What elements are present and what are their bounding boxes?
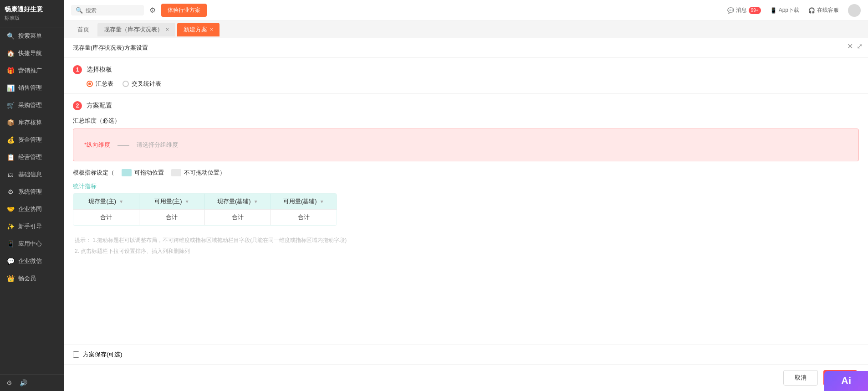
- radio-cross[interactable]: 交叉统计表: [123, 80, 161, 88]
- system-label: 系统管理: [18, 188, 42, 196]
- operations-icon: 📋: [6, 153, 15, 161]
- topbar-search-input[interactable]: [86, 7, 131, 14]
- online-service-label: 在线客服: [817, 6, 839, 14]
- sidebar-item-search-menu[interactable]: 🔍 搜索菜单: [0, 27, 64, 45]
- tabbar: 首页 现存量（库存状况表） × 新建方案 ×: [64, 21, 868, 38]
- stats-section: 统计指标 现存量(主)▼可用量(主)▼现存量(基辅)▼可用量(基辅)▼ 合计合计…: [73, 182, 859, 226]
- radio-summary-label: 汇总表: [96, 80, 113, 88]
- new-guide-label: 新手引导: [18, 222, 42, 231]
- sidebar-item-sales[interactable]: 📊 销售管理: [0, 79, 64, 97]
- settings-icon[interactable]: ⚙: [6, 379, 12, 386]
- stats-column-cell: 合计: [73, 209, 139, 225]
- step2-section: 2 方案配置 汇总维度（必选） *纵向维度 —— 请选择分组维度 模板指标设定（…: [64, 94, 868, 268]
- sound-icon[interactable]: 🔊: [20, 379, 27, 386]
- enterprise-label: 企业协同: [18, 205, 42, 213]
- app-download-label: App下载: [779, 6, 799, 14]
- close-icon[interactable]: ✕: [847, 42, 853, 51]
- radio-summary[interactable]: 汇总表: [87, 80, 113, 88]
- purchase-icon: 🛒: [6, 101, 15, 109]
- enterprise-wechat-label: 企业微信: [18, 257, 42, 265]
- stats-column-cell: 合计: [205, 209, 271, 225]
- tab-new-scheme-label: 新建方案: [184, 26, 207, 34]
- system-icon: ⚙: [6, 188, 15, 196]
- tab-inventory-status[interactable]: 现存量（库存状况表） ×: [97, 23, 175, 36]
- app-center-icon: 📱: [6, 240, 15, 248]
- search-menu-icon: 🔍: [6, 32, 15, 40]
- tab-inventory-close-icon[interactable]: ×: [166, 27, 169, 32]
- step1-title: 选择模板: [87, 66, 112, 74]
- enterprise-icon: 🤝: [6, 205, 15, 213]
- save-scheme-checkbox[interactable]: [73, 351, 79, 358]
- finance-label: 资金管理: [18, 136, 42, 144]
- legend-movable-box: [122, 169, 132, 176]
- legend-movable: 可拖动位置: [122, 169, 164, 177]
- industry-solution-button[interactable]: 体验行业方案: [161, 4, 207, 17]
- stats-column-header[interactable]: 现存量(主)▼: [73, 194, 139, 209]
- step1-header: 1 选择模板: [73, 65, 859, 74]
- sidebar-item-app-center[interactable]: 📱 应用中心: [0, 235, 64, 252]
- app-center-label: 应用中心: [18, 240, 42, 248]
- chevron-down-icon: ▼: [320, 199, 324, 204]
- tab-new-scheme-close-icon[interactable]: ×: [210, 27, 213, 32]
- indicator-settings: 模板指标设定（ 可拖动位置 不可拖动位置）: [73, 169, 859, 177]
- step2-badge: 2: [73, 101, 82, 110]
- sidebar-item-vip[interactable]: 👑 畅会员: [0, 270, 64, 287]
- message-badge: 99+: [749, 7, 761, 14]
- chevron-down-icon: ▼: [119, 199, 123, 204]
- page-header: 现存量(库存状况表)方案设置: [64, 38, 868, 58]
- sidebar-footer: ⚙ 🔊: [0, 374, 64, 391]
- topbar: 🔍 ⚙ 体验行业方案 💬 消息 99+ 📱 App下载 🎧 在线客服: [64, 0, 868, 21]
- tab-home[interactable]: 首页: [71, 23, 96, 36]
- expand-icon[interactable]: ⤢: [857, 42, 863, 51]
- inventory-icon: 📦: [6, 118, 15, 127]
- sidebar-item-operations[interactable]: 📋 经营管理: [0, 149, 64, 166]
- legend-fixed-label: 不可拖动位置）: [184, 169, 225, 177]
- footer-buttons: 取消 查询: [64, 364, 868, 391]
- basic-info-label: 基础信息: [18, 170, 42, 179]
- finance-icon: 💰: [6, 136, 15, 144]
- sidebar-item-quick-nav[interactable]: 🏠 快捷导航: [0, 45, 64, 62]
- vip-label: 畅会员: [18, 274, 36, 283]
- headset-icon: 🎧: [808, 7, 815, 14]
- step1-section: 1 选择模板 汇总表 交叉统计表: [64, 58, 868, 94]
- stats-column-header[interactable]: 现存量(基辅)▼: [205, 194, 271, 209]
- inventory-label: 库存核算: [18, 118, 42, 127]
- sidebar-item-system[interactable]: ⚙ 系统管理: [0, 183, 64, 201]
- indicator-settings-label: 模板指标设定（: [73, 169, 114, 177]
- sidebar-item-enterprise[interactable]: 🤝 企业协同: [0, 201, 64, 218]
- tip-text: 提示： 1.拖动标题栏可以调整布局，不可跨维度或指标区域拖动栏目字段(只能在同一…: [75, 235, 859, 246]
- ai-badge[interactable]: Ai: [824, 371, 868, 391]
- new-guide-icon: ✨: [6, 222, 15, 231]
- sidebar-item-inventory[interactable]: 📦 库存核算: [0, 114, 64, 131]
- cancel-button[interactable]: 取消: [783, 370, 818, 386]
- enterprise-wechat-icon: 💬: [6, 257, 15, 265]
- topbar-gear-icon[interactable]: ⚙: [149, 6, 156, 15]
- sidebar-item-finance[interactable]: 💰 资金管理: [0, 131, 64, 149]
- sidebar-item-new-guide[interactable]: ✨ 新手引导: [0, 218, 64, 235]
- legend-movable-label: 可拖动位置: [134, 169, 164, 177]
- dim-dash: ——: [117, 142, 129, 149]
- stats-column-cell: 合计: [271, 209, 337, 225]
- stats-table-header: 现存量(主)▼可用量(主)▼现存量(基辅)▼可用量(基辅)▼: [73, 194, 337, 209]
- stats-column-header[interactable]: 可用量(基辅)▼: [271, 194, 337, 209]
- save-checkbox-section: 方案保存(可选): [64, 345, 868, 364]
- stats-table: 现存量(主)▼可用量(主)▼现存量(基辅)▼可用量(基辅)▼ 合计合计合计合计: [73, 193, 337, 226]
- topbar-search-icon: 🔍: [76, 7, 83, 14]
- app-subtitle: 标准版: [5, 15, 59, 21]
- online-service-item[interactable]: 🎧 在线客服: [808, 6, 839, 14]
- sales-icon: 📊: [6, 84, 15, 92]
- tab-new-scheme[interactable]: 新建方案 ×: [177, 23, 220, 36]
- sidebar-item-enterprise-wechat[interactable]: 💬 企业微信: [0, 252, 64, 270]
- dimension-selection-box[interactable]: *纵向维度 —— 请选择分组维度: [73, 129, 859, 161]
- messages-item[interactable]: 💬 消息 99+: [727, 6, 761, 14]
- sidebar-item-marketing[interactable]: 🎁 营销推广: [0, 62, 64, 79]
- legend-fixed: 不可拖动位置）: [171, 169, 225, 177]
- stats-column-header[interactable]: 可用量(主)▼: [139, 194, 205, 209]
- app-download-item[interactable]: 📱 App下载: [770, 6, 799, 14]
- user-avatar[interactable]: [848, 4, 861, 17]
- sidebar-item-basic-info[interactable]: 🗂 基础信息: [0, 166, 64, 183]
- radio-summary-dot: [87, 81, 93, 87]
- quick-nav-icon: 🏠: [6, 49, 15, 57]
- stats-table-body: 合计合计合计合计: [73, 209, 337, 225]
- sidebar-item-purchase[interactable]: 🛒 采购管理: [0, 97, 64, 114]
